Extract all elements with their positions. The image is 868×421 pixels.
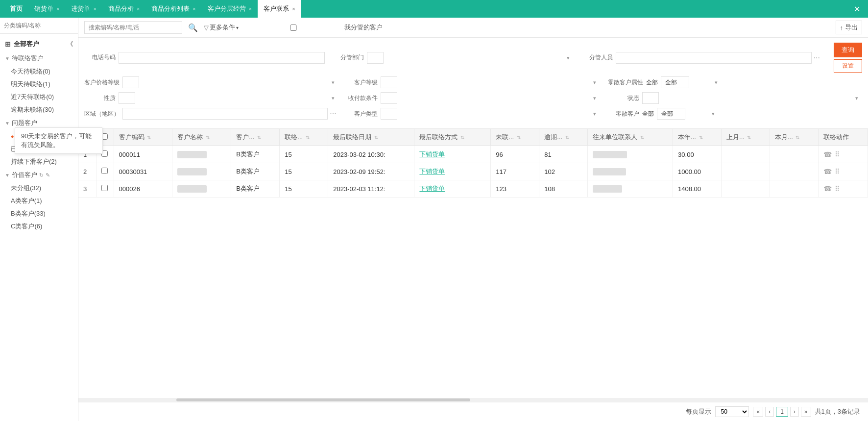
- more-action-1[interactable]: ⠿: [835, 150, 840, 158]
- col-name-sort[interactable]: ⇅: [206, 135, 210, 140]
- cell-name-1: ██████: [172, 146, 231, 163]
- search-input[interactable]: [84, 21, 182, 34]
- more-action-2[interactable]: ⠿: [835, 168, 840, 175]
- row-2-checkbox[interactable]: [101, 168, 108, 174]
- col-code-sort[interactable]: ⇅: [147, 135, 151, 140]
- my-customers-checkbox[interactable]: [244, 25, 342, 31]
- cell-overdue-3: 108: [539, 180, 588, 198]
- cell-uncontacted-3: 123: [491, 180, 539, 198]
- filter-select-retail-attr[interactable]: 全部: [661, 76, 689, 88]
- sidebar-item-class-c[interactable]: C类客户(6): [0, 220, 78, 233]
- more-conditions-button[interactable]: ▽ 更多条件 ▾: [204, 23, 239, 32]
- col-contact-person-label: 往来单位联系人: [593, 133, 637, 141]
- filter-select-payment[interactable]: [381, 92, 397, 104]
- filter-field-person: 分管人员 ···: [581, 52, 822, 64]
- col-uncontacted: 未联... ⇅: [491, 129, 539, 146]
- sidebar-item-declining[interactable]: 持续下滑客户(2): [0, 155, 78, 168]
- col-last-method-sort[interactable]: ⇅: [460, 135, 464, 140]
- filter-select-retail-customer[interactable]: 全部: [657, 108, 685, 120]
- sidebar-item-ungrouped[interactable]: 未分组(32): [0, 182, 78, 195]
- filter-field-customer-type: 客户类型: [346, 108, 601, 120]
- nav-tab-goods-analysis-close[interactable]: ×: [137, 6, 140, 12]
- sidebar-collapse-icon[interactable]: 《: [67, 40, 73, 49]
- filter-select-status[interactable]: [642, 92, 659, 104]
- col-contact-num-label: 联络...: [285, 133, 303, 141]
- more-action-3[interactable]: ⠿: [835, 185, 840, 193]
- col-contact-person-sort[interactable]: ⇅: [640, 135, 644, 140]
- my-customers-filter[interactable]: 我分管的客户: [244, 23, 383, 32]
- sidebar-item-class-a[interactable]: A类客户(1): [0, 195, 78, 207]
- export-button[interactable]: ↑ 导出: [836, 21, 863, 34]
- scroll-thumb[interactable]: [176, 398, 470, 401]
- sidebar-item-7days[interactable]: 近7天待联络(0): [0, 91, 78, 103]
- pagination: « ‹ 1 › »: [753, 407, 811, 417]
- nav-tab-customer-contact[interactable]: 客户联系 ×: [258, 0, 301, 18]
- sidebar-group-pending[interactable]: ▼ 待联络客户: [0, 51, 78, 65]
- filter-person-more[interactable]: ···: [812, 53, 822, 62]
- method-link-2[interactable]: 下销货单: [419, 168, 445, 175]
- filter-row-2: 客户价格等级 客户等级 零散客户属性: [84, 76, 862, 88]
- contact-action-3[interactable]: ☎: [823, 185, 832, 193]
- filter-field-dept: 分管部门: [333, 52, 573, 64]
- filter-region-more[interactable]: ···: [328, 109, 338, 118]
- filter-bar: 🔍 ▽ 更多条件 ▾ 我分管的客户 ↑ 导出: [78, 18, 868, 38]
- row-3-checkbox[interactable]: [101, 185, 108, 191]
- sidebar-search-input[interactable]: [4, 22, 77, 29]
- nav-tab-sales-close[interactable]: ×: [56, 6, 59, 12]
- filter-input-phone[interactable]: [119, 52, 325, 64]
- nav-tab-goods-analysis-list[interactable]: 商品分析列表 ×: [145, 0, 201, 18]
- table-row: 2 00030031 ████ B类客户 15 2023-02-09 19:52…: [78, 163, 868, 180]
- nav-tab-customer-tier-close[interactable]: ×: [249, 6, 252, 12]
- prev-page-button[interactable]: ‹: [765, 407, 774, 417]
- search-button[interactable]: 🔍: [188, 23, 198, 32]
- next-page-button[interactable]: ›: [790, 407, 799, 417]
- last-page-button[interactable]: »: [801, 407, 811, 417]
- sidebar-item-tomorrow[interactable]: 明天待联络(1): [0, 78, 78, 91]
- contact-action-2[interactable]: ☎: [823, 168, 832, 175]
- col-this-year-sort[interactable]: ⇅: [699, 135, 703, 140]
- filter-select-customer-type[interactable]: [381, 108, 397, 120]
- filter-input-region[interactable]: [122, 108, 328, 120]
- horizontal-scrollbar[interactable]: [78, 398, 868, 402]
- nav-tab-home[interactable]: 首页: [4, 0, 28, 18]
- filter-select-price-level[interactable]: [122, 76, 139, 88]
- col-contact-num-sort[interactable]: ⇅: [306, 135, 310, 140]
- nav-tab-customer-tier-label: 客户分层经营: [208, 4, 246, 13]
- col-uncontacted-sort[interactable]: ⇅: [517, 135, 521, 140]
- filter-select-gender[interactable]: [119, 92, 135, 104]
- filter-select-dept[interactable]: [367, 52, 384, 64]
- settings-button[interactable]: 设置: [834, 59, 862, 73]
- current-page: 1: [776, 407, 788, 417]
- method-link-1[interactable]: 下销货单: [419, 150, 445, 158]
- sidebar-all-customers[interactable]: ⊞ 全部客户 《: [0, 37, 78, 51]
- nav-tab-goods-analysis-list-close[interactable]: ×: [193, 6, 195, 12]
- window-close-button[interactable]: ✕: [850, 4, 864, 14]
- nav-tab-purchase[interactable]: 进货单 ×: [65, 0, 102, 18]
- contact-action-1[interactable]: ☎: [823, 150, 832, 158]
- col-overdue-sort[interactable]: ⇅: [565, 135, 569, 140]
- col-last-date-label: 最后联络日期: [333, 133, 371, 141]
- sidebar-item-class-b[interactable]: B类客户(33): [0, 207, 78, 220]
- method-link-3[interactable]: 下销货单: [419, 185, 445, 192]
- first-page-button[interactable]: «: [753, 407, 763, 417]
- cell-last-month-3: [722, 180, 770, 198]
- cell-overdue-1: 81: [539, 146, 588, 163]
- sidebar-item-overdue[interactable]: 逾期未联络(30): [0, 103, 78, 116]
- sidebar-group-value[interactable]: ▼ 价值客户 ↻ ✎: [0, 168, 78, 182]
- sidebar-item-today[interactable]: 今天待联络(0): [0, 65, 78, 78]
- value-group-refresh[interactable]: ↻: [39, 172, 44, 178]
- query-button[interactable]: 查询: [834, 43, 862, 57]
- filter-input-person[interactable]: [616, 52, 812, 64]
- nav-tab-customer-contact-close[interactable]: ×: [292, 6, 295, 12]
- nav-tab-goods-analysis[interactable]: 商品分析 ×: [102, 0, 145, 18]
- col-last-month-sort[interactable]: ⇅: [747, 135, 751, 140]
- col-last-date-sort[interactable]: ⇅: [374, 135, 378, 140]
- nav-tab-purchase-close[interactable]: ×: [93, 6, 96, 12]
- per-page-select[interactable]: 50 100 200: [715, 406, 749, 417]
- nav-tab-sales[interactable]: 销货单 ×: [28, 0, 65, 18]
- filter-select-customer-level[interactable]: [381, 76, 397, 88]
- col-this-month-sort[interactable]: ⇅: [796, 135, 799, 140]
- nav-tab-customer-tier[interactable]: 客户分层经营 ×: [202, 0, 258, 18]
- value-group-edit[interactable]: ✎: [46, 172, 50, 178]
- col-type-sort[interactable]: ⇅: [257, 135, 261, 140]
